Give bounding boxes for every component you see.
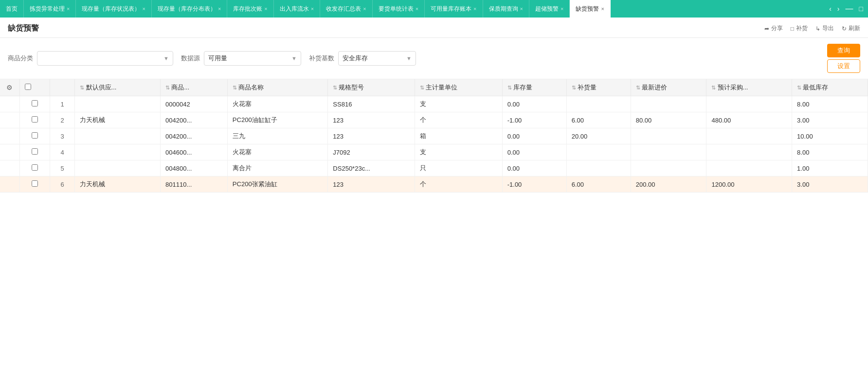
tab-home[interactable]: 首页 [0,0,24,18]
tab-picking-exception[interactable]: 拣货异常处理 × [24,0,76,18]
col-product-code[interactable]: 商品... [161,79,228,96]
row-checkbox-3[interactable] [32,148,38,155]
datasource-select[interactable]: 可用量 ▼ [204,51,301,66]
row-restock-0 [566,96,631,112]
tab-inventory-status[interactable]: 现存量（库存状况表） × [76,0,151,18]
row-est-4 [706,160,792,176]
close-icon-order[interactable]: × [416,6,418,12]
tab-overstock[interactable]: 超储预警 × [529,0,570,18]
row-minstock-5: 3.00 [792,176,868,193]
row-checkbox-2[interactable] [32,132,38,139]
col-restock-qty[interactable]: 补货量 [566,79,631,96]
row-checkbox-0[interactable] [32,100,38,106]
table-container: ⚙ 默认供应... 商品... 商品名称 [0,79,868,193]
close-icon-picking[interactable]: × [67,6,70,12]
row-checkbox-cell [19,112,50,128]
row-supplier-3 [75,144,161,160]
col-min-stock[interactable]: 最低库存 [792,79,868,96]
row-stock-1: -1.00 [502,112,566,128]
restock-base-label: 补货基数 [309,54,334,63]
close-icon-inv-status[interactable]: × [142,6,145,12]
row-price-2 [631,128,706,144]
close-icon-summary[interactable]: × [363,6,366,12]
col-default-supplier[interactable]: 默认供应... [75,79,161,96]
col-spec[interactable]: 规格型号 [328,79,415,96]
close-icon-shortage[interactable]: × [601,6,604,12]
tab-expiry[interactable]: 保质期查询 × [483,0,529,18]
row-checkbox-1[interactable] [32,116,38,123]
tab-inout-flow[interactable]: 出入库流水 × [274,0,320,18]
row-stock-4: 0.00 [502,160,566,176]
tab-minimize[interactable]: ― [843,3,856,14]
tab-shortage[interactable]: 缺货预警 × [570,0,610,18]
select-all-checkbox[interactable] [25,84,31,90]
row-gear-cell [0,144,19,160]
row-code-5: 801110... [161,176,228,193]
restock-icon: □ [791,25,794,32]
col-stock-qty[interactable]: 库存量 [502,79,566,96]
row-num-3: 4 [50,144,75,160]
col-latest-price[interactable]: 最新进价 [631,79,706,96]
share-button[interactable]: ➦ 分享 [764,24,783,33]
tab-label-order: 要货单统计表 [379,5,414,13]
tab-label-home: 首页 [6,5,18,13]
row-unit-3: 支 [415,144,503,160]
tab-maximize[interactable]: □ [856,4,866,14]
close-icon-inv-dist[interactable]: × [218,6,221,12]
row-checkbox-cell [19,160,50,176]
close-icon-avail[interactable]: × [473,6,476,12]
row-name-4: 离合片 [227,160,328,176]
row-spec-0: SS816 [328,96,415,112]
row-gear-cell [0,176,19,193]
refresh-button[interactable]: ↻ 刷新 [842,24,860,33]
row-unit-4: 只 [415,160,503,176]
settings-button[interactable]: 设置 [827,59,860,73]
close-icon-inout[interactable]: × [311,6,314,12]
tab-label-picking: 拣货异常处理 [30,5,65,13]
row-est-2 [706,128,792,144]
row-num-0: 1 [50,96,75,112]
row-checkbox-4[interactable] [32,164,38,171]
tab-label-avail: 可用量库存账本 [431,5,471,13]
row-checkbox-cell [19,144,50,160]
tab-available-stock[interactable]: 可用量库存账本 × [425,0,483,18]
tab-scroll-left[interactable]: ‹ [826,4,834,14]
row-name-2: 三九 [227,128,328,144]
category-select[interactable]: ▼ [37,51,173,66]
row-stock-0: 0.00 [502,96,566,112]
tab-order-stats[interactable]: 要货单统计表 × [373,0,425,18]
table-row: 4 004600... 火花塞 J7092 支 0.00 8.00 [0,144,868,160]
tab-summary[interactable]: 收发存汇总表 × [320,0,372,18]
close-icon-overstock[interactable]: × [561,6,563,12]
tab-nav-controls: ‹ › ― □ [824,3,868,14]
row-supplier-0 [75,96,161,112]
close-icon-batch[interactable]: × [264,6,267,12]
restock-base-select[interactable]: 安全库存 ▼ [338,51,416,66]
row-price-1: 80.00 [631,112,706,128]
row-price-4 [631,160,706,176]
settings-gear-icon[interactable]: ⚙ [6,84,13,91]
row-gear-cell [0,128,19,144]
tab-inventory-dist[interactable]: 现存量（库存分布表） × [152,0,227,18]
query-button[interactable]: 查询 [827,44,860,57]
col-unit[interactable]: 主计量单位 [415,79,503,96]
col-rownum [50,79,75,96]
table-row: 5 004800... 离合片 DS250*23c... 只 0.00 1.00 [0,160,868,176]
close-icon-expiry[interactable]: × [520,6,523,12]
row-checkbox-5[interactable] [32,180,38,187]
tab-stock-batch[interactable]: 库存批次账 × [227,0,273,18]
datasource-arrow-icon: ▼ [291,55,297,61]
restock-button[interactable]: □ 补货 [791,24,808,33]
restock-label: 补货 [796,24,808,33]
tab-scroll-right[interactable]: › [834,4,843,14]
tab-label-inv-dist: 现存量（库存分布表） [158,5,216,13]
export-button[interactable]: ↳ 导出 [815,24,834,33]
datasource-filter-group: 数据源 可用量 ▼ [181,51,301,66]
row-restock-5: 6.00 [566,176,631,193]
row-code-4: 004800... [161,160,228,176]
col-est-purchase[interactable]: 预计采购... [706,79,792,96]
row-price-3 [631,144,706,160]
col-product-name[interactable]: 商品名称 [227,79,328,96]
row-stock-2: 0.00 [502,128,566,144]
row-est-0 [706,96,792,112]
